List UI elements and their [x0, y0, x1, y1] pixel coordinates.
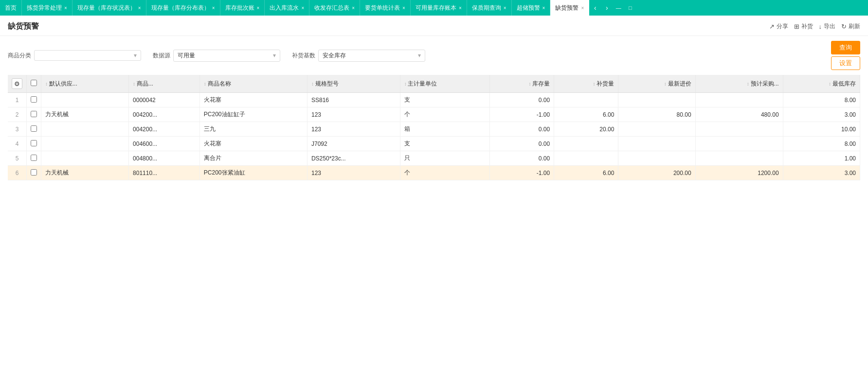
row-checkbox[interactable]	[31, 140, 37, 146]
row-checkbox-cell[interactable]	[27, 137, 41, 151]
row-number: 6	[8, 166, 27, 180]
table-container: ⚙ 默认供应... 商品... 商品名称 规格型号	[0, 75, 868, 180]
table-body: 1 0000042 火花塞 SS816 支 0.00 8.00 2 力天机械 0…	[8, 93, 860, 180]
table-row: 2 力天机械 004200... PC200油缸缸子 123 个 -1.00 6…	[8, 107, 860, 122]
table-row: 5 004800... 离合片 DS250*23c... 只 0.00 1.00	[8, 151, 860, 166]
cell-unit: 个	[400, 166, 489, 180]
cell-spec: J7092	[307, 137, 400, 151]
tab-shortage-warning[interactable]: 缺货预警 ×	[550, 0, 589, 16]
cell-product-code: 004200...	[129, 107, 200, 122]
tab-exception[interactable]: 拣货异常处理 ×	[22, 0, 72, 16]
cell-latest-price	[618, 122, 695, 137]
tab-collect-summary-close[interactable]: ×	[352, 5, 355, 11]
cell-stock: 0.00	[490, 93, 554, 107]
cell-stock: 0.00	[490, 122, 554, 137]
datasource-select[interactable]: 可用量 ▾	[173, 50, 280, 62]
cell-latest-price: 200.00	[618, 166, 695, 180]
tab-inventory-dist[interactable]: 现存量（库存分布表） ×	[146, 0, 220, 16]
row-checkbox-cell[interactable]	[27, 93, 41, 107]
refresh-button[interactable]: ↻ 刷新	[841, 22, 860, 31]
row-checkbox[interactable]	[31, 155, 37, 161]
row-checkbox-cell[interactable]	[27, 122, 41, 137]
tab-overstock-warning[interactable]: 超储预警 ×	[512, 0, 551, 16]
tab-inventory-dist-close[interactable]: ×	[212, 5, 215, 11]
col-replenish-qty[interactable]: 补货量	[554, 75, 618, 93]
col-product-name[interactable]: 商品名称	[199, 75, 307, 93]
tab-expiry-query-close[interactable]: ×	[504, 5, 506, 11]
tab-collect-summary[interactable]: 收发存汇总表 ×	[309, 0, 360, 16]
tab-requisition-stats-close[interactable]: ×	[402, 5, 405, 11]
tab-batch-account-close[interactable]: ×	[257, 5, 260, 11]
cell-product-name: 火花塞	[199, 137, 307, 151]
col-estimated-purchase[interactable]: 预计采购...	[695, 75, 783, 93]
export-button[interactable]: ↓ 导出	[819, 22, 836, 31]
page-header: 缺货预警 ↗ 分享 ⊞ 补货 ↓ 导出 ↻ 刷新	[0, 16, 868, 36]
cell-estimated-purchase: 1200.00	[695, 166, 783, 180]
row-checkbox-cell[interactable]	[27, 107, 41, 122]
col-latest-price[interactable]: 最新进价	[618, 75, 695, 93]
tab-shortage-warning-close[interactable]: ×	[581, 5, 584, 11]
gear-icon[interactable]: ⚙	[12, 78, 22, 89]
cell-product-code: 004200...	[129, 122, 200, 137]
col-default-supplier[interactable]: 默认供应...	[41, 75, 129, 93]
tab-inventory-status-close[interactable]: ×	[138, 5, 141, 11]
cell-latest-price	[618, 137, 695, 151]
table-row: 1 0000042 火花塞 SS816 支 0.00 8.00	[8, 93, 860, 107]
datasource-label: 数据源	[153, 52, 170, 60]
col-unit[interactable]: 主计量单位	[400, 75, 489, 93]
tab-exception-close[interactable]: ×	[64, 5, 67, 11]
cell-spec: 123	[307, 122, 400, 137]
col-settings[interactable]: ⚙	[8, 75, 27, 93]
cell-default-supplier: 力天机械	[41, 107, 129, 122]
replenish-base-value: 安全库存	[323, 52, 346, 60]
tab-nav-next[interactable]: ›	[601, 0, 613, 16]
row-checkbox-cell[interactable]	[27, 151, 41, 166]
cell-estimated-purchase	[695, 151, 783, 166]
table-row: 6 力天机械 801110... PC200张紧油缸 123 个 -1.00 6…	[8, 166, 860, 180]
tab-inout-flow[interactable]: 出入库流水 ×	[265, 0, 309, 16]
replenish-base-select[interactable]: 安全库存 ▾	[318, 50, 425, 62]
query-button[interactable]: 查询	[831, 41, 860, 54]
tab-available-ledger[interactable]: 可用量库存账本 ×	[411, 0, 467, 16]
replenish-base-label: 补货基数	[292, 52, 315, 60]
tab-batch-account[interactable]: 库存批次账 ×	[220, 0, 265, 16]
cell-replenish-qty: 6.00	[554, 107, 618, 122]
tab-available-ledger-close[interactable]: ×	[459, 5, 462, 11]
col-stock[interactable]: 库存量	[490, 75, 554, 93]
page-content: 缺货预警 ↗ 分享 ⊞ 补货 ↓ 导出 ↻ 刷新 商品分类	[0, 16, 868, 387]
row-checkbox[interactable]	[31, 169, 37, 176]
row-checkbox[interactable]	[31, 111, 37, 117]
tab-overstock-warning-close[interactable]: ×	[542, 5, 545, 11]
tab-nav-prev[interactable]: ‹	[589, 0, 601, 16]
cell-min-stock: 3.00	[783, 107, 860, 122]
cell-spec: DS250*23c...	[307, 151, 400, 166]
category-arrow-icon: ▾	[134, 52, 137, 59]
col-min-stock[interactable]: 最低库存	[783, 75, 860, 93]
tab-expiry-query[interactable]: 保质期查询 ×	[467, 0, 512, 16]
cell-stock: -1.00	[490, 107, 554, 122]
window-minimize[interactable]: —	[613, 0, 624, 16]
row-number: 2	[8, 107, 27, 122]
export-icon: ↓	[819, 23, 822, 30]
row-checkbox[interactable]	[31, 96, 37, 103]
col-spec[interactable]: 规格型号	[307, 75, 400, 93]
cell-replenish-qty	[554, 151, 618, 166]
tab-inout-flow-close[interactable]: ×	[301, 5, 304, 11]
category-select[interactable]: ▾	[34, 50, 141, 61]
cell-product-code: 801110...	[129, 166, 200, 180]
row-checkbox-cell[interactable]	[27, 166, 41, 180]
tab-requisition-stats[interactable]: 要货单统计表 ×	[360, 0, 411, 16]
col-product-code[interactable]: 商品...	[129, 75, 200, 93]
cell-stock: 0.00	[490, 151, 554, 166]
replenish-button[interactable]: ⊞ 补货	[794, 22, 813, 31]
select-all-checkbox[interactable]	[31, 80, 37, 86]
category-label: 商品分类	[8, 52, 31, 60]
row-checkbox[interactable]	[31, 125, 37, 132]
settings-button[interactable]: 设置	[831, 56, 860, 70]
window-maximize[interactable]: □	[624, 0, 636, 16]
tab-inventory-status[interactable]: 现存量（库存状况表） ×	[72, 0, 146, 16]
share-button[interactable]: ↗ 分享	[769, 22, 788, 31]
tab-home[interactable]: 首页	[0, 0, 22, 16]
cell-latest-price	[618, 93, 695, 107]
cell-spec: 123	[307, 107, 400, 122]
